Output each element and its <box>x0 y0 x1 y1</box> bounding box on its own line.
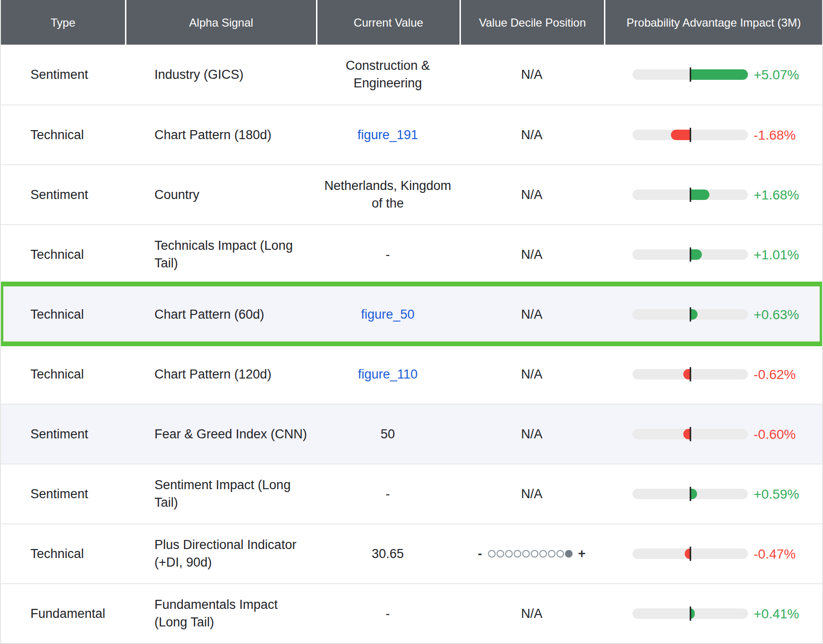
impact-cell: +0.59% <box>604 464 822 523</box>
impact-value: +5.07% <box>754 66 799 84</box>
decile-dot <box>497 550 504 558</box>
value-decile-cell: N/A <box>459 165 604 224</box>
type-cell: Fundamental <box>1 584 125 643</box>
decile-dot <box>548 550 555 558</box>
alpha-signal-cell: Chart Pattern (180d) <box>125 105 316 164</box>
current-value-cell: figure_191 <box>316 105 459 164</box>
table-row[interactable]: Technical Technicals Impact (Long Tail) … <box>1 224 822 284</box>
alpha-signal-label: Industry (GICS) <box>154 66 244 84</box>
decile-na-text: N/A <box>521 366 542 383</box>
current-value-cell: 30.65 <box>316 524 459 583</box>
type-label: Technical <box>30 126 84 144</box>
alpha-signal-cell: Country <box>125 165 316 224</box>
table-row[interactable]: Technical Chart Pattern (180d) figure_19… <box>1 104 822 164</box>
value-decile-cell: N/A <box>459 105 604 164</box>
table-row[interactable]: Sentiment Sentiment Impact (Long Tail) -… <box>1 464 822 523</box>
alpha-signal-cell: Industry (GICS) <box>125 45 316 104</box>
impact-cell: -1.68% <box>604 105 822 164</box>
current-value: - <box>386 605 390 623</box>
alpha-signal-cell: Technicals Impact (Long Tail) <box>125 225 316 284</box>
decile-na-text: N/A <box>521 605 542 623</box>
type-label: Technical <box>30 545 84 563</box>
impact-bar-zero-marker <box>689 307 691 322</box>
type-cell: Sentiment <box>1 464 125 523</box>
current-value-cell: - <box>316 225 459 284</box>
decile-dot-filled <box>565 550 573 558</box>
impact-bar-zero-marker <box>689 367 691 381</box>
impact-cell: +0.41% <box>604 584 822 643</box>
impact-value: +0.63% <box>754 306 799 323</box>
impact-bar-track <box>632 429 748 439</box>
decile-na-text: N/A <box>521 246 542 264</box>
value-decile-cell: N/A <box>459 285 604 344</box>
value-decile-cell: N/A <box>459 464 604 523</box>
alpha-signal-label: Fundamentals Impact (Long Tail) <box>154 596 278 631</box>
decile-minus-sign: - <box>478 545 482 563</box>
table-row[interactable]: Sentiment Fear & Greed Index (CNN) 50 N/… <box>1 404 822 464</box>
current-value-link[interactable]: figure_50 <box>361 306 415 323</box>
column-header-current-value: Current Value <box>316 0 459 45</box>
current-value-cell: figure_50 <box>316 285 459 344</box>
impact-bar-fill <box>690 69 748 80</box>
type-label: Sentiment <box>30 485 88 503</box>
impact-bar-zero-marker <box>689 487 691 501</box>
table-row[interactable]: Technical Chart Pattern (120d) figure_11… <box>1 344 822 404</box>
table-header: Type Alpha Signal Current Value Value De… <box>1 0 822 45</box>
impact-bar-fill <box>690 189 709 200</box>
current-value: 50 <box>381 426 395 443</box>
type-label: Technical <box>30 366 84 383</box>
current-value-cell: - <box>316 584 459 643</box>
table-row[interactable]: Technical Chart Pattern (60d) figure_50 … <box>1 284 822 344</box>
current-value: - <box>386 246 390 264</box>
table-row[interactable]: Fundamental Fundamentals Impact (Long Ta… <box>1 583 822 643</box>
type-label: Sentiment <box>30 66 88 84</box>
decile-na-text: N/A <box>521 306 542 323</box>
column-header-probability-advantage-impact: Probability Advantage Impact (3M) <box>604 0 822 45</box>
type-cell: Sentiment <box>1 165 125 224</box>
table-row[interactable]: Sentiment Industry (GICS) Construction &… <box>1 45 822 104</box>
impact-value: -0.47% <box>754 545 796 563</box>
alpha-signal-label: Fear & Greed Index (CNN) <box>154 426 307 443</box>
impact-bar-fill <box>690 249 702 260</box>
column-header-type: Type <box>1 0 125 45</box>
value-decile-cell: -+ <box>459 524 604 583</box>
current-value-link[interactable]: figure_191 <box>357 126 418 144</box>
alpha-signal-cell: Sentiment Impact (Long Tail) <box>125 464 316 523</box>
column-header-alpha-signal: Alpha Signal <box>125 0 316 45</box>
current-value: - <box>386 485 390 503</box>
value-decile-cell: N/A <box>459 225 604 284</box>
value-decile-cell: N/A <box>459 345 604 404</box>
current-value: Construction & Engineering <box>345 57 430 92</box>
current-value: Netherlands, Kingdom of the <box>324 177 451 212</box>
impact-bar-zero-marker <box>689 67 691 82</box>
current-value-cell: Construction & Engineering <box>316 45 459 104</box>
alpha-signal-label: Technicals Impact (Long Tail) <box>154 237 293 272</box>
alpha-signal-label: Country <box>154 186 200 204</box>
alpha-signal-cell: Chart Pattern (120d) <box>125 345 316 404</box>
impact-bar-track <box>632 369 748 379</box>
decile-na-text: N/A <box>521 485 542 503</box>
impact-bar-zero-marker <box>689 188 691 202</box>
decile-dot <box>505 550 513 558</box>
table-row[interactable]: Sentiment Country Netherlands, Kingdom o… <box>1 164 822 224</box>
type-cell: Sentiment <box>1 45 125 104</box>
impact-bar-zero-marker <box>689 128 691 142</box>
impact-cell: +0.63% <box>604 285 822 344</box>
table-row[interactable]: Technical Plus Directional Indicator (+D… <box>1 523 822 583</box>
alpha-signal-label: Chart Pattern (120d) <box>154 366 271 383</box>
decile-dot <box>514 550 521 558</box>
impact-cell: +1.68% <box>604 165 822 224</box>
impact-bar-zero-marker <box>689 606 691 621</box>
decile-na-text: N/A <box>521 66 542 84</box>
impact-value: +0.59% <box>754 485 799 503</box>
alpha-signal-label: Chart Pattern (60d) <box>154 306 264 323</box>
impact-bar-fill <box>690 309 698 320</box>
current-value-link[interactable]: figure_110 <box>358 366 418 383</box>
impact-bar-track <box>632 489 748 499</box>
impact-bar-track <box>632 249 748 260</box>
type-cell: Technical <box>1 105 125 164</box>
value-decile-cell: N/A <box>459 405 604 464</box>
decile-dot <box>522 550 530 558</box>
impact-cell: -0.60% <box>604 405 822 464</box>
decile-dot <box>531 550 538 558</box>
